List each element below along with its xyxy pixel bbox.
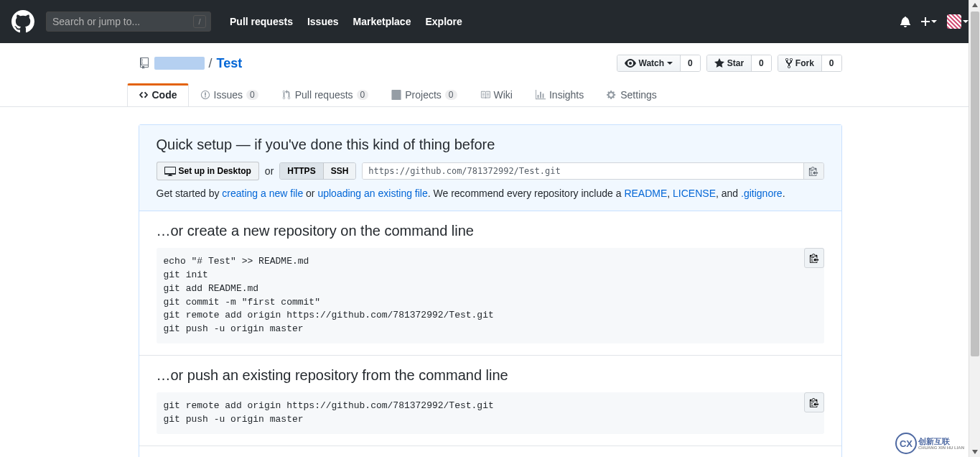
repo-name-link[interactable]: Test [217, 56, 243, 71]
watch-button[interactable]: Watch [617, 55, 681, 71]
code-icon [139, 90, 149, 100]
tab-pull-requests[interactable]: Pull requests 0 [270, 83, 381, 106]
star-button[interactable]: Star [707, 55, 751, 71]
create-repo-section: …or create a new repository on the comma… [139, 211, 841, 356]
bell-icon[interactable] [900, 16, 911, 27]
fork-button-group: Fork 0 [778, 55, 842, 72]
push-repo-code[interactable]: git remote add origin https://github.com… [157, 392, 824, 434]
slash-key-icon: / [193, 15, 206, 28]
clipboard-icon [809, 253, 819, 263]
create-new-dropdown[interactable] [921, 16, 937, 27]
tab-issues[interactable]: Issues 0 [189, 83, 270, 106]
search-input[interactable]: Search or jump to... / [46, 11, 211, 32]
clipboard-icon [808, 166, 818, 176]
import-repo-section: …or import code from another repository … [139, 446, 841, 457]
watch-count[interactable]: 0 [680, 55, 700, 71]
star-count[interactable]: 0 [751, 55, 771, 71]
repo-title: / Test [139, 56, 243, 71]
user-menu-dropdown[interactable] [947, 14, 969, 29]
chevron-down-icon [931, 20, 937, 23]
star-icon [714, 57, 724, 69]
tab-wiki[interactable]: Wiki [469, 83, 524, 106]
clipboard-icon [809, 397, 819, 407]
ssh-toggle[interactable]: SSH [323, 163, 356, 179]
project-icon [391, 90, 401, 100]
create-repo-title: …or create a new repository on the comma… [157, 223, 824, 239]
or-text: or [265, 165, 274, 177]
repo-tabs: Code Issues 0 Pull requests 0 Projects 0… [0, 83, 980, 107]
readme-link[interactable]: README [624, 188, 667, 199]
create-repo-code[interactable]: echo "# Test" >> README.md git init git … [157, 248, 824, 343]
tab-settings[interactable]: Settings [595, 83, 668, 106]
clone-url-input[interactable] [363, 163, 803, 179]
copy-create-commands-button[interactable] [804, 248, 824, 268]
fork-count[interactable]: 0 [821, 55, 841, 71]
quick-setup-title: Quick setup — if you've done this kind o… [157, 137, 824, 153]
nav-pull-requests[interactable]: Pull requests [223, 16, 300, 27]
nav-explore[interactable]: Explore [418, 16, 469, 27]
nav-marketplace[interactable]: Marketplace [346, 16, 419, 27]
nav-issues[interactable]: Issues [300, 16, 346, 27]
clone-protocol-toggle: HTTPS SSH [279, 162, 356, 180]
upload-file-link[interactable]: uploading an existing file [317, 188, 427, 199]
avatar [947, 14, 961, 29]
vertical-scrollbar[interactable] [969, 0, 980, 457]
gitignore-link[interactable]: .gitignore [741, 188, 783, 199]
github-logo-icon[interactable] [11, 10, 34, 33]
tab-code[interactable]: Code [127, 83, 189, 106]
tab-insights[interactable]: Insights [524, 83, 595, 106]
create-file-link[interactable]: creating a new file [222, 188, 303, 199]
watch-button-group: Watch 0 [617, 55, 701, 72]
repo-icon [139, 57, 150, 69]
book-icon [480, 90, 490, 100]
copy-url-button[interactable] [803, 163, 823, 179]
quick-setup-hint: Get started by creating a new file or up… [157, 188, 824, 199]
quick-setup-section: Quick setup — if you've done this kind o… [139, 125, 841, 211]
owner-link[interactable] [154, 57, 205, 70]
fork-button[interactable]: Fork [778, 55, 821, 71]
global-header: Search or jump to... / Pull requests Iss… [0, 0, 980, 43]
chevron-down-icon [963, 20, 969, 23]
pr-icon [281, 90, 291, 100]
watermark: CX 创新互联 CHUANG XIN HU LIAN [895, 433, 964, 454]
tab-projects[interactable]: Projects 0 [380, 83, 468, 106]
push-repo-title: …or push an existing repository from the… [157, 367, 824, 384]
eye-icon [625, 57, 636, 69]
graph-icon [536, 90, 546, 100]
https-toggle[interactable]: HTTPS [280, 163, 322, 179]
license-link[interactable]: LICENSE [673, 188, 716, 199]
star-button-group: Star 0 [706, 55, 772, 72]
gear-icon [607, 90, 617, 100]
push-repo-section: …or push an existing repository from the… [139, 356, 841, 446]
desktop-icon [164, 165, 176, 177]
primary-nav: Pull requests Issues Marketplace Explore [223, 16, 470, 27]
issue-icon [200, 90, 210, 100]
fork-icon [785, 57, 793, 69]
setup-desktop-button[interactable]: Set up in Desktop [157, 162, 259, 180]
copy-push-commands-button[interactable] [804, 392, 824, 412]
